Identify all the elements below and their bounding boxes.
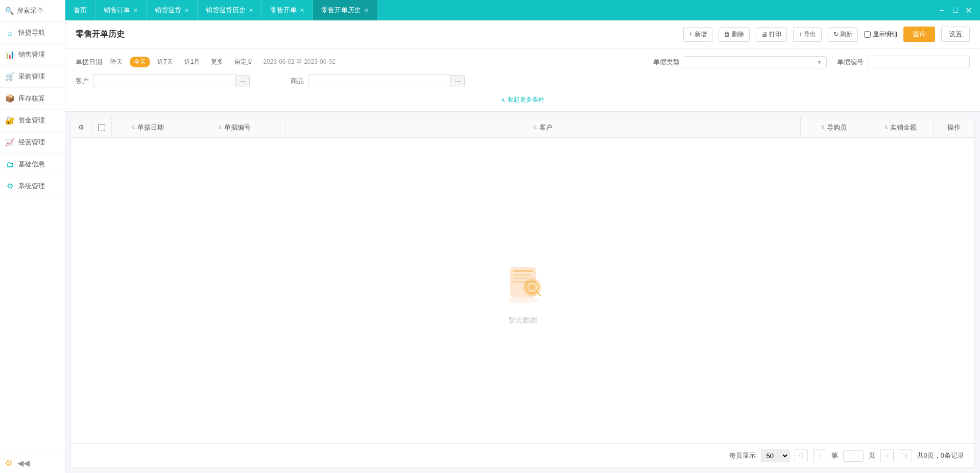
customer-input[interactable] [93,74,236,87]
add-button[interactable]: + 新增 [683,27,712,42]
filter-order-type: 单据类型 ▼ [653,56,827,68]
tab-sales-order-close[interactable]: ✕ [133,7,138,14]
sidebar-item-sys-mgmt[interactable]: ⚙ 系统管理 [0,176,65,197]
main-area: 首页 销售订单 ✕ 销货退货 ✕ 销货退货历史 ✕ 零售开单 ✕ 零售开单历史 … [65,0,980,473]
collapse-sidebar-icon[interactable]: ◀◀ [17,458,30,468]
page-number-input[interactable]: 1 [843,450,864,462]
filter-row-1: 单据日期 昨天 今天 近7天 近1月 更多 自定义 2023-06-02 至 2… [76,56,970,68]
sort-icon-order-no: ⇅ [218,125,222,130]
last-page-btn[interactable]: ⟩⟩ [899,449,912,462]
sidebar-item-label: 资金管理 [18,116,45,125]
sidebar-search[interactable]: 🔍 搜索采单 [0,0,65,22]
order-type-dropdown-icon: ▼ [817,59,822,65]
tab-sales-return-history-label: 销货退货历史 [206,6,246,15]
per-page-label: 每页显示 [729,451,756,460]
date-shortcut-1month[interactable]: 近1月 [180,57,204,67]
date-shortcut-yesterday[interactable]: 昨天 [106,57,127,67]
tab-retail-history-close[interactable]: ✕ [364,7,369,14]
page-suffix: 页 [869,451,875,460]
refresh-button[interactable]: ↻ 刷新 [828,27,858,42]
page-label: 第 [831,451,838,460]
sidebar-item-inventory[interactable]: 📦 库存核算 [0,88,65,110]
tab-sales-return-history[interactable]: 销货退货历史 ✕ [198,0,262,20]
table-col-guide[interactable]: ⇅ 导购员 [801,117,867,137]
first-page-btn[interactable]: ⟨⟨ [795,449,808,462]
select-all-checkbox[interactable] [98,124,105,131]
tab-sales-return-history-close[interactable]: ✕ [249,7,253,14]
tab-sales-return-close[interactable]: ✕ [184,7,189,14]
table-col-gear[interactable]: ⚙ [71,117,91,137]
close-btn[interactable]: ✕ [965,6,972,15]
tab-home-label: 首页 [74,6,87,15]
page-title: 零售开单历史 [76,29,125,40]
date-shortcut-7days[interactable]: 近7天 [153,57,177,67]
gear-col-icon: ⚙ [78,123,84,131]
table-col-order-no[interactable]: ⇅ 单据编号 [183,117,285,137]
filter-row-2: 客户 ··· 商品 ··· [76,74,970,87]
sidebar-item-label: 系统管理 [18,182,45,191]
sidebar-item-label: 库存核算 [18,94,45,103]
tab-retail-history[interactable]: 零售开单历史 ✕ [313,0,377,20]
prev-page-btn[interactable]: ＜ [813,449,826,462]
sys-icon: ⚙ [5,182,14,191]
tab-sales-return[interactable]: 销货退货 ✕ [147,0,198,20]
delete-button[interactable]: 🗑 删除 [719,27,750,42]
sidebar-item-basic-info[interactable]: 🗂 基础信息 [0,154,65,176]
customer-label: 客户 [76,77,89,86]
filter-customer: 客户 ··· [76,74,250,87]
sidebar-item-finance[interactable]: 🔐 资金管理 [0,110,65,132]
order-type-label: 单据类型 [653,58,680,67]
svg-point-0 [508,297,538,303]
table-col-customer[interactable]: ⇅ 客户 [285,117,801,137]
date-label: 单据日期 [76,58,102,67]
print-button[interactable]: 🖨 打印 [756,27,787,42]
sort-icon-date: ⇅ [131,125,135,130]
sort-icon-guide: ⇅ [821,125,825,130]
maximize-btn[interactable]: □ [953,6,958,15]
product-label: 商品 [291,77,304,86]
customer-ellipsis-btn[interactable]: ··· [235,75,250,87]
finance-icon: 🔐 [5,116,14,125]
table-col-date[interactable]: ⇅ 单据日期 [112,117,183,137]
product-input[interactable] [308,74,451,87]
settings-button[interactable]: 设置 [941,27,970,42]
per-page-select[interactable]: 50 100 200 [761,450,790,462]
collapse-more-label: 收起更多条件 [508,95,544,104]
date-shortcut-custom[interactable]: 自定义 [230,57,257,67]
query-button[interactable]: 查询 [903,27,935,42]
sidebar-item-sales-mgmt[interactable]: 📊 销售管理 [0,44,65,66]
order-no-label: 单据编号 [837,58,864,67]
tab-home[interactable]: 首页 [65,0,95,20]
svg-rect-3 [513,274,531,276]
date-shortcut-more[interactable]: 更多 [207,57,227,67]
next-page-btn[interactable]: ＞ [880,449,894,462]
table-col-checkbox[interactable] [91,117,112,137]
page-header: 零售开单历史 + 新增 🗑 删除 🖨 打印 ↑ 导出 ↻ 刷新 显示明细 查询 … [65,20,980,48]
search-icon: 🔍 [5,7,14,15]
table-col-amount[interactable]: ⇅ 实销金额 [867,117,934,137]
sidebar-item-purchase-mgmt[interactable]: 🛒 采购管理 [0,66,65,88]
sidebar-item-label: 基础信息 [18,160,45,169]
export-button[interactable]: ↑ 导出 [793,27,821,42]
table-col-action: 操作 [934,117,974,137]
collapse-more-btn[interactable]: ∧ 收起更多条件 [76,93,970,106]
date-shortcut-today[interactable]: 今天 [130,57,150,67]
tab-retail-open-close[interactable]: ✕ [300,7,304,14]
display-detail-checkbox[interactable] [864,31,871,38]
chevron-up-icon: ∧ [501,96,506,104]
minimize-btn[interactable]: － [938,5,946,16]
svg-point-9 [530,285,535,290]
table-area: ⚙ ⇅ 单据日期 ⇅ 单据编号 ⇅ 客户 ⇅ [70,117,975,468]
order-type-select[interactable]: ▼ [684,56,827,68]
sidebar-item-operation[interactable]: 📈 经营管理 [0,132,65,154]
order-no-input[interactable] [868,56,970,68]
sidebar-item-quick-nav[interactable]: ⌂ 快捷导航 [0,22,65,44]
settings-icon[interactable]: ⚙ [5,458,12,468]
sidebar-item-label: 销售管理 [18,50,45,59]
product-ellipsis-btn[interactable]: ··· [450,75,465,87]
empty-state: 暂无数据 [71,138,974,443]
tab-sales-order[interactable]: 销售订单 ✕ [95,0,147,20]
display-detail-label[interactable]: 显示明细 [864,30,897,39]
tab-retail-open[interactable]: 零售开单 ✕ [262,0,313,20]
filter-area: 单据日期 昨天 今天 近7天 近1月 更多 自定义 2023-06-02 至 2… [65,48,980,112]
